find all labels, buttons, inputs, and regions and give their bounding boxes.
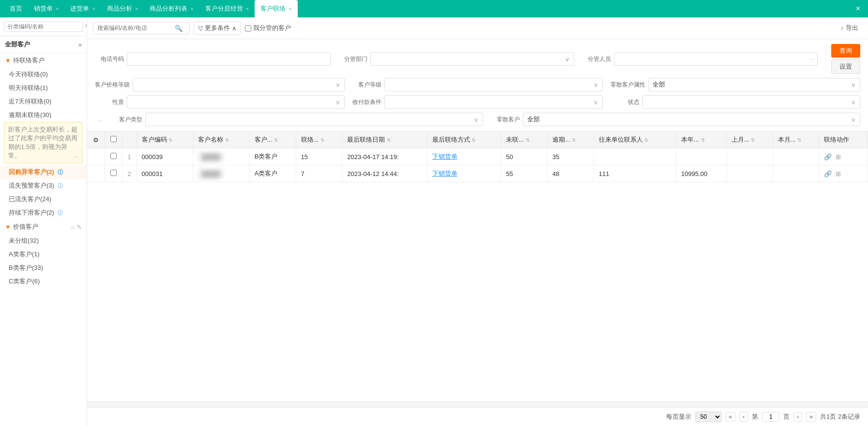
nav-customer-segment[interactable]: 客户分层经营 × xyxy=(199,0,255,17)
all-customers-title: 全部客户 » xyxy=(0,36,87,53)
next-page-btn[interactable]: › xyxy=(793,412,802,422)
sidebar-item-class-a[interactable]: A类客户(1) xyxy=(0,248,87,261)
col-last-contact-way[interactable]: 最后联络方式 ⇅ xyxy=(427,132,501,148)
retail-attr-input[interactable]: 全部 ∨ xyxy=(648,78,860,91)
retail-customer-input[interactable]: 全部 ∨ xyxy=(523,113,861,126)
col-this-month[interactable]: 本月... ⇅ xyxy=(773,132,819,148)
sidebar-item-warning[interactable]: 流失预警客户(3) ⓘ xyxy=(0,179,87,192)
edit-value-group-icon[interactable]: ○ ✎ xyxy=(71,223,82,231)
pending-group-label[interactable]: ▼ 待联络客户 xyxy=(0,53,87,68)
close-sales-tab[interactable]: × xyxy=(56,6,59,12)
close-purchase-tab[interactable]: × xyxy=(92,6,95,12)
sidebar-item-lost[interactable]: 已流失客户(24) xyxy=(0,192,87,206)
pagination: 每页显示 50 100 « ‹ 第 页 › » 共1页 2条记录 xyxy=(87,407,868,426)
col-company-contact[interactable]: 往来单位联系人 ⇅ xyxy=(594,132,676,148)
phone-input[interactable] xyxy=(127,52,331,66)
link-action-icon[interactable]: 🔗 xyxy=(824,153,832,161)
sidebar-item-7days[interactable]: 近7天待联络(0) xyxy=(0,95,87,108)
horizontal-scrollbar[interactable] xyxy=(87,401,868,407)
close-product-analysis-tab[interactable]: × xyxy=(135,6,138,12)
total-label: 共1页 2条记录 xyxy=(820,412,860,421)
last-page-btn[interactable]: » xyxy=(806,412,816,422)
nav-product-analysis[interactable]: 商品分析 × xyxy=(101,0,144,17)
filter-phone: 电话号码 xyxy=(95,52,331,66)
col-name[interactable]: 客户名称 ⇅ xyxy=(193,132,250,148)
sidebar-search-input[interactable] xyxy=(4,21,83,32)
sidebar-item-ungroup[interactable]: 未分组(32) xyxy=(0,234,87,248)
row-last-contact-way[interactable]: 下销货单 xyxy=(427,165,501,182)
link-action-icon[interactable]: 🔗 xyxy=(824,170,832,177)
price-level-input[interactable]: ∨ xyxy=(133,78,345,91)
tooltip-more[interactable]: ... xyxy=(73,151,78,159)
sidebar-item-abnormal[interactable]: 回购异常客户(2) ⓘ xyxy=(0,165,87,179)
branch-dept-arrow: ∨ xyxy=(565,56,570,63)
row-this-year xyxy=(676,148,727,165)
customer-type-arrow: ∨ xyxy=(474,116,479,123)
export-button[interactable]: ↑ 导出 xyxy=(837,22,863,34)
collapse-sidebar-icon[interactable]: » xyxy=(78,41,82,48)
branch-person-input[interactable]: ··· xyxy=(614,52,818,66)
page-input[interactable] xyxy=(762,412,779,422)
col-type[interactable]: 客户... ⇅ xyxy=(249,132,296,148)
nav-product-list[interactable]: 商品分析列表 × xyxy=(144,0,199,17)
first-page-btn[interactable]: « xyxy=(726,412,736,422)
col-settings[interactable]: ⚙ xyxy=(87,132,105,148)
declining-info-icon: ⓘ xyxy=(58,210,63,216)
close-product-list-tab[interactable]: × xyxy=(190,6,193,12)
row-check[interactable] xyxy=(105,148,122,165)
filter-icon: ▽ xyxy=(198,25,203,32)
nav-home[interactable]: 首页 xyxy=(4,0,28,17)
select-all-checkbox[interactable] xyxy=(110,136,117,142)
more-filter-dots[interactable]: ... xyxy=(95,115,106,124)
col-last-contact-date[interactable]: 最后联络日期 ⇅ xyxy=(342,132,427,148)
customer-level-input[interactable]: ∨ xyxy=(384,78,602,91)
per-page-select[interactable]: 50 100 xyxy=(695,411,722,422)
col-contact[interactable]: 联络... ⇅ xyxy=(296,132,342,148)
sidebar-item-overdue[interactable]: 逾期未联络(30) xyxy=(0,108,87,122)
col-overdue[interactable]: 逾期... ⇅ xyxy=(547,132,594,148)
col-this-year[interactable]: 本年... ⇅ xyxy=(676,132,727,148)
row-last-month xyxy=(726,165,773,182)
gender-input[interactable]: ∨ xyxy=(127,95,345,109)
col-last-month[interactable]: 上月... ⇅ xyxy=(726,132,773,148)
branch-person-dots: ··· xyxy=(809,57,813,62)
customer-type-input[interactable]: ∨ xyxy=(145,113,483,126)
row-index: 2 xyxy=(122,165,137,182)
query-button[interactable]: 查询 xyxy=(831,44,860,58)
close-all-button[interactable]: × xyxy=(852,2,864,15)
row-last-contact-way[interactable]: 下销货单 xyxy=(427,148,501,165)
sidebar-item-declining[interactable]: 持续下滑客户(2) ⓘ xyxy=(0,206,87,220)
close-customer-contact-tab[interactable]: × xyxy=(289,6,291,12)
row-uncontacted: 55 xyxy=(501,165,548,182)
sidebar-item-tomorrow[interactable]: 明天待联络(1) xyxy=(0,81,87,95)
nav-purchase[interactable]: 进货单 × xyxy=(64,0,101,17)
more-conditions-btn[interactable]: ▽ 更多条件 ∧ xyxy=(194,21,241,35)
sidebar-item-today[interactable]: 今天待联络(0) xyxy=(0,68,87,81)
grid-action-icon[interactable]: ⊞ xyxy=(836,170,841,177)
page-unit: 页 xyxy=(783,412,790,421)
grid-action-icon[interactable]: ⊞ xyxy=(836,153,841,161)
my-customers-checkbox[interactable] xyxy=(245,25,251,31)
nav-sales[interactable]: 销货单 × xyxy=(28,0,64,17)
main-search-input[interactable] xyxy=(97,25,175,31)
row-check[interactable] xyxy=(105,165,122,182)
col-check[interactable] xyxy=(105,132,122,148)
col-uncontacted[interactable]: 未联... ⇅ xyxy=(501,132,548,148)
sidebar-item-class-b[interactable]: B类客户(33) xyxy=(0,261,87,275)
payment-input[interactable]: ∨ xyxy=(384,95,602,109)
branch-dept-input[interactable]: ∨ xyxy=(370,52,574,66)
status-input[interactable]: ∨ xyxy=(642,95,860,109)
settings-button[interactable]: 设置 xyxy=(831,59,860,74)
col-code[interactable]: 客户编码 ⇅ xyxy=(137,132,193,148)
prev-page-btn[interactable]: ‹ xyxy=(739,412,748,422)
sidebar-item-class-c[interactable]: C类客户(6) xyxy=(0,275,87,288)
close-customer-segment-tab[interactable]: × xyxy=(246,6,249,12)
filter-status: 状态 ∨ xyxy=(610,95,860,109)
my-customers-checkbox-label[interactable]: 我分管的客户 xyxy=(245,24,291,32)
nav-customer-contact[interactable]: 客户联络 × xyxy=(255,0,297,17)
main-search-icon[interactable]: 🔍 xyxy=(175,25,183,32)
filter-payment: 收付款条件 ∨ xyxy=(352,95,602,109)
search-box[interactable]: 🔍 xyxy=(93,22,190,34)
customer-table: ⚙ 客户编码 ⇅ 客户名称 ⇅ 客户... ⇅ 联络... ⇅ 最后联络日期 ⇅… xyxy=(87,132,868,182)
filter-row-2: 客户价格等级 ∨ 客户等级 ∨ 零散客户属性 全部 xyxy=(95,78,860,91)
